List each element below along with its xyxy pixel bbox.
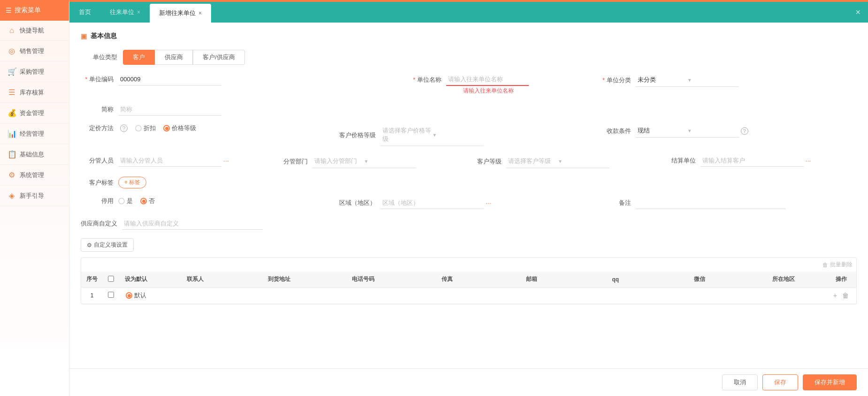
settlement-input[interactable] bbox=[700, 155, 804, 167]
sidebar-item-basic[interactable]: 📋 基础信息 bbox=[0, 144, 69, 165]
add-row-btn[interactable]: + bbox=[831, 291, 839, 300]
cancel-button[interactable]: 取消 bbox=[722, 374, 758, 390]
unit-type-label: 单位类型 bbox=[81, 53, 123, 62]
customer-price-placeholder: 请选择客户价格等级 bbox=[382, 126, 432, 143]
payment-select[interactable]: 现结 ▼ bbox=[636, 124, 739, 138]
close-all-tabs[interactable]: × bbox=[848, 8, 868, 17]
customer-level-arrow: ▼ bbox=[558, 159, 608, 164]
th-actions: 操作 bbox=[826, 272, 856, 287]
table-row: 1 默认 bbox=[81, 287, 856, 304]
customer-price-select[interactable]: 请选择客户价格等级 ▼ bbox=[381, 124, 484, 146]
sidebar-item-finance[interactable]: 💰 资金管理 bbox=[0, 103, 69, 124]
unit-code-input[interactable] bbox=[118, 73, 221, 85]
department-select[interactable]: 请输入分管部门 ▼ bbox=[312, 155, 416, 168]
short-name-input[interactable] bbox=[118, 103, 221, 116]
tab-contacts[interactable]: 往来单位 × bbox=[100, 2, 150, 23]
sidebar-item-quick-nav[interactable]: ⌂ 快捷导航 bbox=[0, 21, 69, 41]
settlement-more[interactable]: ··· bbox=[806, 157, 811, 164]
th-fax: 传真 bbox=[405, 272, 489, 287]
row-checkbox[interactable] bbox=[108, 292, 114, 298]
unit-name-input[interactable] bbox=[446, 73, 529, 86]
manager-label: 分管人员 bbox=[81, 156, 118, 165]
tab-new-contact[interactable]: 新增往来单位 × bbox=[150, 4, 211, 23]
type-btn-customer[interactable]: 客户 bbox=[123, 50, 155, 65]
sidebar-item-inventory[interactable]: ☰ 库存核算 bbox=[0, 82, 69, 103]
tabs-bar: 首页 往来单位 × 新增往来单位 × × bbox=[69, 2, 868, 23]
remark-input[interactable] bbox=[636, 197, 786, 209]
sidebar-item-sales[interactable]: ◎ 销售管理 bbox=[0, 41, 69, 62]
customer-level-select[interactable]: 请选择客户等级 ▼ bbox=[506, 155, 609, 168]
unit-category-select[interactable]: 未分类 ▼ bbox=[636, 73, 739, 87]
region-table-input[interactable] bbox=[746, 292, 821, 299]
radio-yes bbox=[118, 198, 125, 204]
manager-input[interactable] bbox=[118, 155, 221, 167]
sidebar-item-system[interactable]: ⚙ 系统管理 bbox=[0, 165, 69, 186]
disable-no[interactable]: 否 bbox=[140, 197, 155, 205]
main-content: 首页 往来单位 × 新增往来单位 × × ▣ 基本信息 单位类型 客户 供应商 … bbox=[69, 0, 868, 396]
add-tag-button[interactable]: + 标签 bbox=[118, 177, 146, 188]
tag-label: 客户标签 bbox=[81, 179, 118, 187]
header-checkbox[interactable] bbox=[108, 276, 114, 282]
td-fax[interactable] bbox=[405, 287, 489, 304]
form-row-1: 单位编码 单位名称 请输入往来单位名称 单位分类 未分类 ▼ bbox=[81, 73, 857, 95]
payment-help-icon[interactable]: ? bbox=[741, 127, 748, 135]
tab-home[interactable]: 首页 bbox=[69, 2, 100, 23]
qq-input[interactable] bbox=[578, 292, 653, 299]
save-new-button[interactable]: 保存并新增 bbox=[803, 374, 857, 390]
department-label: 分管部门 bbox=[275, 157, 312, 166]
sidebar-search[interactable]: ☰ 搜索菜单 bbox=[0, 0, 69, 21]
td-index: 1 bbox=[81, 287, 103, 304]
td-qq[interactable] bbox=[573, 287, 657, 304]
custom-settings-button[interactable]: ⚙ 自定义项设置 bbox=[81, 238, 134, 252]
pricing-option-level[interactable]: 价格等级 bbox=[163, 124, 196, 132]
sidebar-item-purchase[interactable]: 🛒 采购管理 bbox=[0, 62, 69, 82]
disable-yes[interactable]: 是 bbox=[118, 197, 133, 205]
row-default-radio[interactable]: 默认 bbox=[124, 291, 148, 300]
fax-input[interactable] bbox=[410, 292, 485, 299]
sidebar-item-operations[interactable]: 📊 经营管理 bbox=[0, 124, 69, 144]
type-btn-both[interactable]: 客户/供应商 bbox=[193, 50, 245, 65]
save-button[interactable]: 保存 bbox=[762, 374, 798, 390]
manager-more[interactable]: ··· bbox=[223, 157, 229, 164]
type-btn-supplier[interactable]: 供应商 bbox=[155, 50, 193, 65]
pricing-option-discount[interactable]: 折扣 bbox=[135, 124, 156, 132]
settlement-label: 结算单位 bbox=[663, 156, 700, 165]
supplier-custom-input[interactable] bbox=[122, 217, 263, 230]
purchase-icon: 🛒 bbox=[8, 67, 16, 76]
default-label: 默认 bbox=[134, 291, 146, 300]
th-region: 所在地区 bbox=[742, 272, 826, 287]
pricing-label: 定价方法 bbox=[81, 124, 118, 132]
contact-input[interactable] bbox=[158, 292, 232, 299]
th-wechat: 微信 bbox=[657, 272, 741, 287]
department-arrow: ▼ bbox=[364, 159, 414, 164]
pricing-help-icon[interactable]: ? bbox=[120, 124, 128, 132]
form-row-short-name: 简称 bbox=[81, 103, 857, 116]
disable-label: 停用 bbox=[81, 197, 118, 205]
email-input[interactable] bbox=[494, 292, 569, 299]
basic-icon: 📋 bbox=[8, 150, 16, 159]
inventory-icon: ☰ bbox=[8, 88, 16, 97]
td-phone[interactable] bbox=[321, 287, 405, 304]
td-wechat[interactable] bbox=[657, 287, 741, 304]
form-row-pricing: 定价方法 ? 折扣 价格等级 客户价格等级 bbox=[81, 124, 857, 146]
td-address[interactable] bbox=[237, 287, 321, 304]
wechat-input[interactable] bbox=[662, 292, 737, 299]
tab-home-label: 首页 bbox=[79, 8, 91, 16]
tab-contacts-close[interactable]: × bbox=[137, 9, 140, 16]
phone-input[interactable] bbox=[326, 292, 400, 299]
form-group-department: 分管部门 请输入分管部门 ▼ bbox=[275, 155, 469, 168]
batch-delete-btn[interactable]: 🗑 批量删除 bbox=[822, 261, 853, 269]
section-icon: ▣ bbox=[81, 32, 87, 40]
sidebar-item-guide[interactable]: ◈ 新手引导 bbox=[0, 186, 69, 206]
th-checkbox bbox=[103, 272, 119, 287]
delete-row-btn[interactable]: 🗑 bbox=[840, 291, 851, 300]
address-input[interactable] bbox=[242, 292, 316, 299]
td-email[interactable] bbox=[489, 287, 573, 304]
tab-new-contact-close[interactable]: × bbox=[198, 10, 202, 16]
department-placeholder: 请输入分管部门 bbox=[314, 157, 364, 165]
region-input[interactable] bbox=[381, 197, 484, 209]
region-more[interactable]: ··· bbox=[486, 199, 491, 207]
td-contact[interactable] bbox=[153, 287, 237, 304]
td-region[interactable] bbox=[742, 287, 826, 304]
region-label: 区域（地区） bbox=[339, 199, 381, 207]
